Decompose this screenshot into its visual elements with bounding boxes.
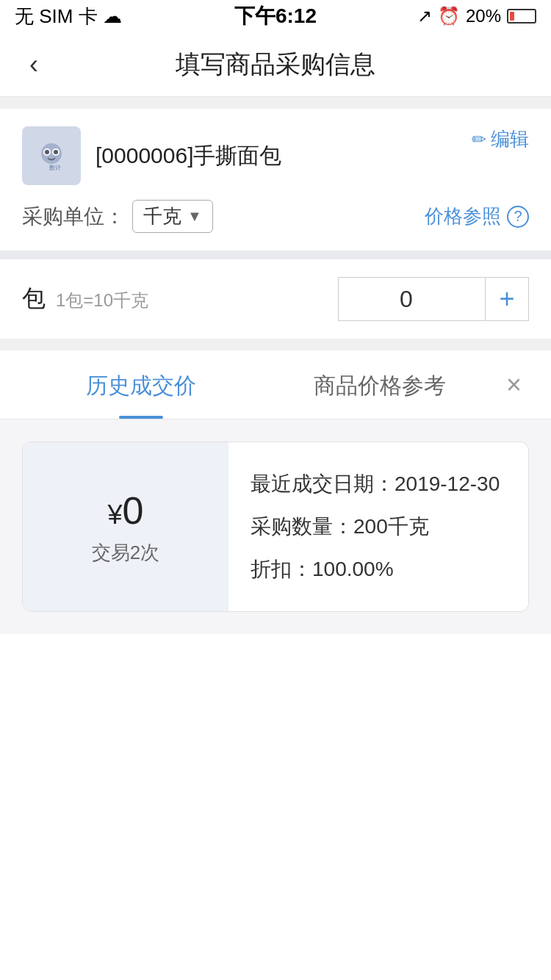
- quantity-row: 包 1包=10千克 +: [0, 259, 551, 339]
- edit-label: 编辑: [491, 126, 529, 152]
- sim-signal: 无 SIM 卡 ☁: [15, 4, 122, 29]
- panel-tabs: 历史成交价 商品价格参考 ×: [0, 350, 551, 419]
- product-header: 数计 [0000006]手撕面包 ✏ 编辑: [22, 126, 529, 185]
- alarm-icon: ⏰: [438, 6, 460, 26]
- price-ref-label: 价格参照: [425, 203, 501, 229]
- page-rest: [0, 634, 551, 980]
- quantity-conversion: 1包=10千克: [56, 289, 148, 312]
- price-ref-help-icon: ?: [507, 206, 529, 228]
- panel-content: ¥0 交易2次 最近成交日期：2019-12-30 采购数量：200千克 折扣：…: [0, 419, 551, 634]
- history-card: ¥0 交易2次 最近成交日期：2019-12-30 采购数量：200千克 折扣：…: [22, 442, 529, 612]
- nav-bar: ‹ 填写商品采购信息: [0, 32, 551, 97]
- price-ref-button[interactable]: 价格参照 ?: [425, 203, 529, 229]
- history-date-label: 最近成交日期：: [251, 472, 395, 495]
- history-discount-row: 折扣：100.00%: [251, 554, 506, 585]
- product-unit-row: 采购单位： 千克 ▼ 价格参照 ?: [22, 200, 529, 233]
- currency-symbol: ¥: [108, 500, 123, 530]
- battery-percent: 20%: [466, 6, 501, 26]
- back-button[interactable]: ‹: [22, 42, 46, 87]
- battery-icon: [507, 9, 536, 24]
- panel-close-button[interactable]: ×: [499, 362, 529, 408]
- history-price-value: ¥0: [108, 489, 144, 533]
- history-details: 最近成交日期：2019-12-30 采购数量：200千克 折扣：100.00%: [228, 442, 528, 611]
- history-qty-row: 采购数量：200千克: [251, 511, 506, 542]
- tab-product-price-ref-label: 商品价格参考: [314, 373, 446, 397]
- history-date-row: 最近成交日期：2019-12-30: [251, 469, 506, 500]
- tab-history-price-label: 历史成交价: [86, 373, 196, 397]
- unit-dropdown-arrow-icon: ▼: [187, 208, 202, 225]
- quantity-unit: 包: [22, 283, 46, 315]
- history-price-summary: ¥0 交易2次: [23, 442, 228, 611]
- product-name: [0000006]手撕面包: [96, 141, 281, 171]
- edit-button[interactable]: ✏ 编辑: [472, 126, 529, 152]
- unit-selector-group: 采购单位： 千克 ▼: [22, 200, 213, 233]
- status-bar: 无 SIM 卡 ☁ 下午6:12 ↗ ⏰ 20%: [0, 0, 551, 32]
- status-right: ↗ ⏰ 20%: [417, 6, 536, 26]
- history-qty-label: 采购数量：: [251, 515, 353, 538]
- product-logo-icon: 数计: [33, 137, 70, 174]
- history-discount-value: 100.00%: [312, 558, 394, 580]
- quantity-control: +: [338, 277, 529, 321]
- unit-value: 千克: [143, 203, 181, 229]
- product-card: 数计 [0000006]手撕面包 ✏ 编辑 采购单位： 千克 ▼ 价格参照 ?: [0, 109, 551, 251]
- location-icon: ↗: [417, 6, 432, 26]
- divider: [0, 251, 551, 259]
- product-left: 数计 [0000006]手撕面包: [22, 126, 281, 185]
- history-price-number: 0: [123, 489, 144, 532]
- status-time: 下午6:12: [234, 2, 317, 30]
- history-date-value: 2019-12-30: [395, 472, 500, 495]
- history-qty-value: 200千克: [353, 515, 429, 538]
- quantity-input[interactable]: [338, 277, 485, 321]
- history-transaction-count: 交易2次: [92, 540, 159, 566]
- svg-text:数计: 数计: [48, 165, 62, 171]
- quantity-plus-button[interactable]: +: [485, 277, 529, 321]
- product-image: 数计: [22, 126, 81, 185]
- unit-label: 采购单位：: [22, 203, 125, 231]
- edit-icon: ✏: [472, 129, 486, 150]
- quantity-left: 包 1包=10千克: [22, 283, 148, 315]
- status-left: 无 SIM 卡 ☁: [15, 4, 122, 29]
- unit-select[interactable]: 千克 ▼: [132, 200, 213, 233]
- history-discount-label: 折扣：: [251, 558, 312, 580]
- svg-point-3: [45, 150, 49, 154]
- page-title: 填写商品采购信息: [176, 48, 375, 82]
- tab-product-price-ref[interactable]: 商品价格参考: [260, 350, 498, 419]
- tab-history-price[interactable]: 历史成交价: [22, 350, 260, 419]
- svg-point-4: [54, 150, 58, 154]
